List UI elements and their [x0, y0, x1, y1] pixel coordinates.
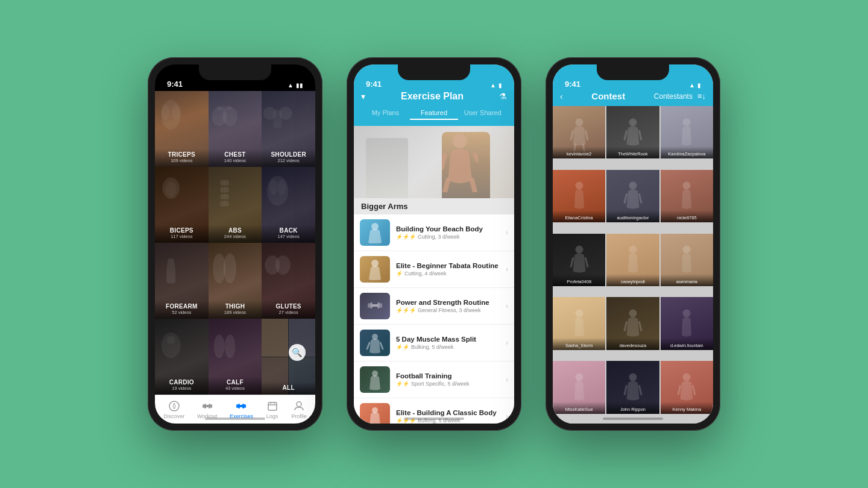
plan-dropdown-icon[interactable]: ▾	[361, 92, 365, 101]
contestant-name-5: auditioningactor	[606, 210, 659, 222]
triceps-shape	[155, 91, 187, 144]
plan-tab-shared[interactable]: User Shared	[458, 107, 507, 120]
tab-discover[interactable]: Discover	[163, 400, 184, 419]
svg-point-71	[629, 373, 637, 381]
shoulder-shape	[262, 91, 294, 144]
exercise-cell-glutes[interactable]: GLUTES 27 videos	[262, 243, 315, 319]
exercise-cell-chest[interactable]: CHEST 140 videos	[209, 91, 262, 167]
barbell-svg	[235, 402, 247, 410]
plan-mass-sub: Bulking, 5 d/week	[411, 344, 454, 350]
plan-tab-my[interactable]: My Plans	[361, 107, 410, 120]
person-svg	[294, 401, 304, 411]
plan-item-info-classic: Elite - Building A Classic Body ⚡⚡⚡ Bulk…	[396, 409, 500, 424]
status-icons-2: ▲ ▮	[490, 82, 502, 89]
contestant-misskatesue[interactable]: MissKatieSue	[553, 361, 605, 413]
biceps-count: 117 videos	[157, 234, 206, 239]
chevron-football: ›	[506, 375, 508, 384]
contestant-elianacristina[interactable]: ElianaCristina	[553, 170, 605, 222]
contestant-caseytripodi[interactable]: caseytripodi	[606, 234, 659, 286]
exercise-cell-back[interactable]: BACK 147 videos	[262, 167, 315, 243]
plan-item-football[interactable]: Football Training ⚡⚡ Sport Specific, 5 d…	[354, 361, 514, 398]
plan-filter-icon[interactable]: ⚗	[499, 92, 507, 101]
svg-rect-52	[368, 303, 370, 308]
cardio-name: CARDIO	[157, 379, 206, 386]
contest-back-button[interactable]: ‹	[560, 92, 563, 101]
sort-icon[interactable]: ≡↓	[697, 92, 706, 101]
contestant-dedwin[interactable]: d.edwin.fountain	[661, 297, 713, 349]
plan-item-info-beach: Building Your Beach Body ⚡⚡⚡ Cutting, 3 …	[396, 225, 500, 240]
contestant-kevinlavoie2[interactable]: kevinlavoie2	[553, 106, 605, 158]
contestant-name-6: nicte8785	[661, 210, 713, 222]
chest-overlay: CHEST 140 videos	[209, 149, 262, 167]
svg-point-72	[683, 373, 691, 381]
svg-marker-28	[173, 403, 175, 409]
plan-tab-featured[interactable]: Featured	[410, 107, 459, 120]
svg-point-2	[172, 105, 180, 120]
thigh-name: THIGH	[211, 303, 260, 310]
plan-item-mass[interactable]: 5 Day Muscle Mass Split ⚡⚡ Bulking, 5 d/…	[354, 325, 514, 361]
plan-item-tabata[interactable]: Elite - Beginner Tabata Routine ⚡ Cuttin…	[354, 251, 514, 288]
status-time-3: 9:41	[565, 80, 580, 89]
svg-rect-29	[206, 405, 209, 407]
plan-mass-meta: ⚡⚡ Bulking, 5 d/week	[396, 344, 500, 350]
tab-workout[interactable]: Workout	[197, 400, 217, 419]
search-button[interactable]: 🔍	[289, 344, 306, 361]
plan-tabata-sub: Cutting, 4 d/week	[404, 271, 447, 277]
contestant-profeta0408[interactable]: Profeta0408	[553, 234, 605, 286]
svg-point-43	[297, 402, 301, 407]
svg-point-58	[575, 118, 583, 126]
plan-strength-name: Power and Strength Routine	[396, 299, 500, 306]
exercise-cell-thigh[interactable]: THIGH 189 videos	[209, 243, 262, 319]
svg-point-67	[575, 310, 583, 318]
plan-list: Building Your Beach Body ⚡⚡⚡ Cutting, 3 …	[354, 214, 514, 424]
exercise-cell-forearm[interactable]: FOREARM 52 videos	[155, 243, 209, 319]
home-indicator-3	[603, 418, 663, 420]
thumb-strength	[360, 293, 390, 319]
exercise-cell-abs[interactable]: ABS 244 videos	[209, 167, 262, 243]
contestant-kennymakina[interactable]: Kenny Makina	[661, 361, 713, 413]
svg-point-60	[683, 118, 691, 126]
contestant-asenmaria[interactable]: asenmaria	[661, 234, 713, 286]
wifi-icon-2: ▲	[490, 82, 496, 89]
exercise-cell-triceps[interactable]: TRICEPS 109 videos	[155, 91, 209, 167]
contestant-name-3: KarolinaZacpalova	[661, 146, 713, 158]
contestant-auditioningactor[interactable]: auditioningactor	[606, 170, 659, 222]
contestant-johnrippon[interactable]: John Rippon	[606, 361, 659, 413]
thigh-overlay: THIGH 189 videos	[209, 301, 262, 319]
plan-mass-name: 5 Day Muscle Mass Split	[396, 336, 500, 343]
contestant-karolinazacpalova[interactable]: KarolinaZacpalova	[661, 106, 713, 158]
dumbbell-svg	[201, 402, 213, 410]
plan-item-strength[interactable]: Power and Strength Routine ⚡⚡⚡ General F…	[354, 288, 514, 325]
contestant-davedesouza[interactable]: davedesouza	[606, 297, 659, 349]
exercise-cell-shoulder[interactable]: SHOULDER 212 videos	[262, 91, 315, 167]
tab-exercises[interactable]: Exercises	[230, 400, 253, 419]
status-time-2: 9:41	[366, 80, 382, 89]
exercises-grid: TRICEPS 109 videos CHEST 140 videos	[155, 91, 315, 395]
tab-logs[interactable]: Logs	[266, 400, 279, 419]
contestant-name-12: d.edwin.fountain	[661, 338, 713, 350]
exercise-cell-calf[interactable]: CALF 43 videos	[209, 319, 262, 395]
glutes-overlay: GLUTES 27 videos	[262, 301, 315, 319]
plan-tabs: My Plans Featured User Shared	[361, 107, 507, 120]
exercise-cell-cardio[interactable]: CARDIO 19 videos	[155, 319, 209, 395]
exercise-cell-biceps[interactable]: BICEPS 117 videos	[155, 167, 209, 243]
contestant-sasha-storm[interactable]: Sasha_Storm	[553, 297, 605, 349]
thigh-count: 189 videos	[211, 310, 260, 315]
triceps-count: 109 videos	[157, 158, 206, 163]
discover-icon	[168, 400, 181, 412]
biceps-shape	[155, 167, 187, 220]
plan-item-beach[interactable]: Building Your Beach Body ⚡⚡⚡ Cutting, 3 …	[354, 214, 514, 251]
battery-icon-2: ▮	[498, 82, 502, 89]
thumb-tabata-svg	[366, 258, 384, 280]
svg-rect-32	[203, 404, 204, 408]
exercise-cell-all[interactable]: ALL 🔍	[262, 319, 315, 395]
contestant-thewhiterook[interactable]: TheWhiteRook	[606, 106, 659, 158]
contest-header: ‹ Contest Contestants ≡↓	[553, 91, 713, 106]
contestant-name-14: John Rippon	[606, 402, 659, 414]
chest-shape	[209, 91, 241, 144]
plan-football-meta: ⚡⚡ Sport Specific, 5 d/week	[396, 381, 500, 387]
contestants-button[interactable]: Contestants	[654, 92, 693, 101]
tab-profile[interactable]: Profile	[291, 400, 307, 419]
contestant-nicte8785[interactable]: nicte8785	[661, 170, 713, 222]
thumb-football-svg	[366, 369, 384, 390]
